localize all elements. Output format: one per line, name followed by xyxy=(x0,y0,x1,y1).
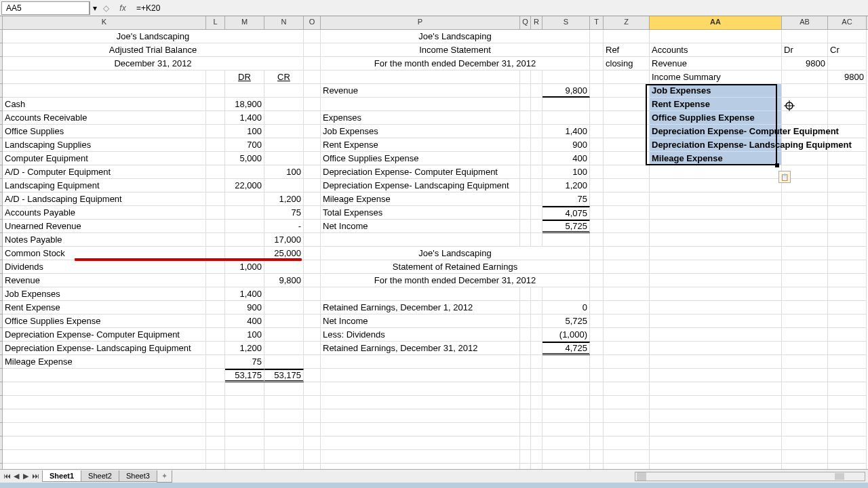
cell[interactable] xyxy=(206,192,225,206)
cell[interactable]: Revenue xyxy=(3,274,206,287)
cell[interactable] xyxy=(542,355,590,369)
cell[interactable]: Joe's Landscaping xyxy=(3,30,304,43)
cell[interactable] xyxy=(304,165,321,179)
cell[interactable] xyxy=(590,179,604,192)
cell[interactable] xyxy=(782,423,828,436)
cell[interactable] xyxy=(650,342,782,355)
cell[interactable] xyxy=(531,165,542,179)
cell[interactable] xyxy=(590,220,604,233)
cell[interactable] xyxy=(782,328,828,342)
cell[interactable] xyxy=(590,30,604,43)
col-header-P[interactable]: P xyxy=(321,16,520,29)
cell[interactable] xyxy=(828,274,867,287)
cell[interactable] xyxy=(264,301,304,314)
cell[interactable] xyxy=(782,260,828,274)
cell[interactable] xyxy=(531,409,542,423)
cell[interactable] xyxy=(206,125,225,138)
cell[interactable] xyxy=(304,396,321,409)
cell[interactable] xyxy=(520,450,531,464)
cell[interactable] xyxy=(304,301,321,314)
cell[interactable] xyxy=(520,138,531,152)
cell[interactable]: Income Statement xyxy=(321,43,590,57)
cell[interactable] xyxy=(650,247,782,260)
cell[interactable] xyxy=(321,436,520,450)
cell[interactable]: 100 xyxy=(225,125,264,138)
cell[interactable] xyxy=(782,111,828,125)
cell[interactable]: 1,000 xyxy=(225,260,264,274)
name-box-dropdown-icon[interactable]: ▾ xyxy=(90,1,99,15)
cell[interactable] xyxy=(225,423,264,436)
cell[interactable] xyxy=(590,84,604,98)
fx-icon[interactable]: fx xyxy=(116,1,130,15)
cell[interactable] xyxy=(604,450,650,464)
cell[interactable] xyxy=(264,84,304,98)
cell[interactable] xyxy=(304,409,321,423)
cell[interactable] xyxy=(590,436,604,450)
cell[interactable] xyxy=(520,111,531,125)
cell[interactable] xyxy=(604,220,650,233)
cell[interactable] xyxy=(650,30,782,43)
paste-options-icon[interactable]: 📋 xyxy=(778,171,791,183)
cell[interactable]: 900 xyxy=(542,138,590,152)
cell[interactable] xyxy=(304,450,321,464)
cell[interactable] xyxy=(604,342,650,355)
cell[interactable]: Accounts Payable xyxy=(3,206,206,220)
cell[interactable] xyxy=(206,233,225,247)
cell[interactable] xyxy=(520,382,531,396)
cell[interactable] xyxy=(520,233,531,247)
cell[interactable] xyxy=(590,301,604,314)
col-header-T[interactable]: T xyxy=(590,16,604,29)
cell[interactable] xyxy=(304,423,321,436)
cell[interactable] xyxy=(206,206,225,220)
cell[interactable] xyxy=(650,328,782,342)
cell[interactable] xyxy=(206,179,225,192)
cell[interactable]: Net Income xyxy=(321,220,520,233)
cell[interactable]: 17,000 xyxy=(264,233,304,247)
cell[interactable]: 25,000 xyxy=(264,247,304,260)
cell[interactable] xyxy=(604,152,650,165)
cell[interactable] xyxy=(304,274,321,287)
cell[interactable]: 75 xyxy=(542,192,590,206)
cell[interactable] xyxy=(604,206,650,220)
cell[interactable] xyxy=(531,70,542,84)
cell[interactable] xyxy=(520,70,531,84)
cell[interactable] xyxy=(520,220,531,233)
cell[interactable] xyxy=(590,382,604,396)
cell[interactable] xyxy=(782,274,828,287)
cell[interactable] xyxy=(650,355,782,369)
cell[interactable] xyxy=(531,423,542,436)
cell[interactable] xyxy=(590,369,604,382)
cell[interactable] xyxy=(782,369,828,382)
cell[interactable]: Depreciation Expense- Computer Equipment xyxy=(650,125,782,138)
cell[interactable]: A/D - Landscaping Equipment xyxy=(3,192,206,206)
cell[interactable] xyxy=(782,314,828,328)
cell[interactable] xyxy=(206,301,225,314)
cell[interactable] xyxy=(520,396,531,409)
cell[interactable] xyxy=(828,450,867,464)
cell[interactable] xyxy=(604,247,650,260)
cell[interactable] xyxy=(531,98,542,111)
cell[interactable]: Revenue xyxy=(321,84,520,98)
cell[interactable] xyxy=(782,70,828,84)
cell[interactable] xyxy=(225,436,264,450)
cell[interactable] xyxy=(225,409,264,423)
cell[interactable] xyxy=(650,274,782,287)
cancel-formula-icon[interactable]: ◇ xyxy=(99,1,113,15)
cell[interactable] xyxy=(225,396,264,409)
cell[interactable] xyxy=(782,355,828,369)
formula-input[interactable]: =+K20 xyxy=(133,3,868,13)
cell[interactable] xyxy=(225,165,264,179)
cell[interactable] xyxy=(264,111,304,125)
cell[interactable] xyxy=(604,138,650,152)
cell[interactable]: 5,725 xyxy=(542,220,590,233)
cell[interactable] xyxy=(3,409,206,423)
cell[interactable] xyxy=(304,192,321,206)
cell[interactable]: Notes Payable xyxy=(3,233,206,247)
cell[interactable]: Adjusted Trial Balance xyxy=(3,43,304,57)
tab-new-icon[interactable]: ✦ xyxy=(157,470,172,483)
cell[interactable] xyxy=(304,220,321,233)
cell[interactable] xyxy=(531,192,542,206)
cell[interactable] xyxy=(531,111,542,125)
cell[interactable] xyxy=(304,287,321,301)
cell[interactable] xyxy=(828,369,867,382)
